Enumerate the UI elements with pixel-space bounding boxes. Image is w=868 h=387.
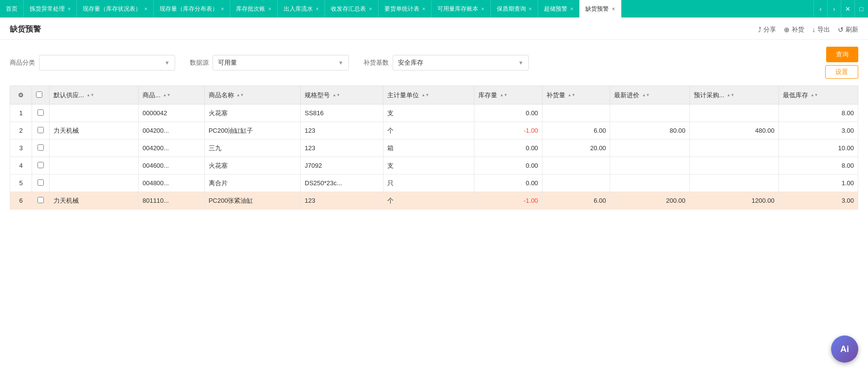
table-row[interactable]: 2 力天机械 004200... PC200油缸缸子 123 个 -1.00 6… (10, 122, 858, 140)
close-tab-5[interactable]: × (316, 6, 319, 12)
window-close-btn[interactable]: ✕ (841, 0, 854, 18)
row-checkbox-cell[interactable] (32, 122, 50, 140)
close-tab-1[interactable]: × (68, 6, 71, 12)
row-stock-cell: 0.00 (474, 157, 542, 175)
row-spec-cell: SS816 (301, 105, 383, 122)
row-number: 6 (19, 197, 22, 204)
tab-next-btn[interactable]: › (827, 0, 841, 18)
buhuo-label: 补货 (792, 25, 804, 34)
column-latest-price[interactable]: 最新进价 ▲▼ (610, 86, 689, 105)
table-row[interactable]: 3 004200... 三九 123 箱 0.00 20.00 (10, 140, 858, 157)
tab-home[interactable]: 首页 (0, 0, 24, 18)
row-est-purchase-cell (689, 157, 778, 175)
close-tab-8[interactable]: × (481, 6, 484, 12)
column-supplier[interactable]: 默认供应... ▲▼ (50, 86, 139, 105)
tab-bao-zhi[interactable]: 保质期查询 × (491, 0, 538, 18)
row-est-purchase-cell (689, 140, 778, 157)
column-checkbox[interactable] (32, 86, 50, 105)
row-checkbox-cell[interactable] (32, 105, 50, 122)
select-all-checkbox[interactable] (36, 91, 42, 98)
tab-xian-cun-dist[interactable]: 现存量（库存分布表） × (154, 0, 230, 18)
column-min-stock[interactable]: 最低库存 ▲▼ (778, 86, 858, 105)
column-replenish[interactable]: 补货量 ▲▼ (542, 86, 610, 105)
row-min-stock-cell: 8.00 (778, 157, 858, 175)
export-button[interactable]: ↓ 导出 (812, 25, 830, 34)
row-goods-code-cell: 004600... (138, 157, 204, 175)
row-num-cell: 6 (10, 192, 32, 210)
row-num-cell: 4 (10, 157, 32, 175)
column-goods-name[interactable]: 商品名称 ▲▼ (204, 86, 301, 105)
row-checkbox-cell[interactable] (32, 175, 50, 192)
row-checkbox[interactable] (37, 162, 44, 168)
replenish-base-select[interactable]: 安全库存 ▼ (393, 55, 529, 70)
close-tab-11[interactable]: × (612, 6, 615, 12)
close-tab-3[interactable]: × (221, 6, 224, 12)
setting-button[interactable]: 设置 (825, 65, 858, 79)
bu-huo-button[interactable]: ⊕ 补货 (784, 25, 804, 34)
column-gear[interactable]: ⚙ (10, 86, 32, 105)
row-checkbox[interactable] (37, 197, 44, 203)
export-label: 导出 (817, 25, 830, 34)
tab-lian-huo[interactable]: 拣货异常处理 × (24, 0, 77, 18)
row-checkbox[interactable] (37, 144, 44, 151)
ai-assistant-button[interactable]: Ai (831, 335, 858, 363)
close-tab-10[interactable]: × (570, 6, 573, 12)
row-latest-price-cell: 200.00 (610, 192, 689, 210)
filter-right-actions: 查询 设置 (825, 47, 858, 79)
tab-chao-chu[interactable]: 超储预警 × (538, 0, 579, 18)
tab-que-huo[interactable]: 缺货预警 × (579, 0, 621, 18)
datasource-select[interactable]: 可用量 ▼ (213, 55, 349, 70)
datasource-filter-group: 数据源 可用量 ▼ (190, 55, 349, 70)
share-button[interactable]: ⤴ 分享 (758, 25, 776, 34)
row-goods-name-cell: PC200油缸缸子 (204, 122, 301, 140)
close-tab-4[interactable]: × (268, 6, 271, 12)
tab-shou-fa[interactable]: 收发存汇总表 × (325, 0, 378, 18)
row-goods-code-cell: 004200... (138, 122, 204, 140)
window-maximize-btn[interactable]: □ (854, 0, 868, 18)
table-row[interactable]: 6 力天机械 801110... PC200张紧油缸 123 个 -1.00 6… (10, 192, 858, 210)
row-replenish-cell (542, 157, 610, 175)
share-icon: ⤴ (758, 26, 761, 34)
row-checkbox-cell[interactable] (32, 140, 50, 157)
close-tab-9[interactable]: × (529, 6, 532, 12)
row-checkbox-cell[interactable] (32, 192, 50, 210)
row-checkbox-cell[interactable] (32, 157, 50, 175)
row-spec-cell: 123 (301, 122, 383, 140)
row-min-stock-cell: 10.00 (778, 140, 858, 157)
category-select[interactable]: ▼ (39, 55, 175, 70)
row-replenish: 20.00 (590, 144, 606, 152)
table-row[interactable]: 5 004800... 离合片 DS250*23c... 只 0.00 (10, 175, 858, 192)
tab-xian-cun-status[interactable]: 现存量（库存状况表） × (77, 0, 153, 18)
column-goods-code[interactable]: 商品... ▲▼ (138, 86, 204, 105)
row-checkbox[interactable] (37, 127, 44, 133)
column-spec[interactable]: 规格型号 ▲▼ (301, 86, 383, 105)
tab-liu-shui[interactable]: 出入库流水 × (278, 0, 325, 18)
row-supplier-cell (50, 157, 139, 175)
close-tab-2[interactable]: × (144, 6, 147, 12)
tab-pi-ci[interactable]: 库存批次账 × (230, 0, 277, 18)
row-stock-cell: 0.00 (474, 140, 542, 157)
replenish-base-filter-group: 补货基数 安全库存 ▼ (363, 55, 529, 70)
row-est-purchase-cell: 1200.00 (689, 192, 778, 210)
table-row[interactable]: 1 0000042 火花塞 SS816 支 0.00 (10, 105, 858, 122)
row-stock-cell: 0.00 (474, 105, 542, 122)
row-num-cell: 2 (10, 122, 32, 140)
row-latest-price-cell (610, 105, 689, 122)
refresh-button[interactable]: ↺ 刷新 (838, 25, 858, 34)
tab-yao-huo[interactable]: 要货单统计表 × (379, 0, 432, 18)
tab-prev-btn[interactable]: ‹ (814, 0, 827, 18)
buhuo-icon: ⊕ (784, 26, 790, 34)
column-stock[interactable]: 库存量 ▲▼ (474, 86, 542, 105)
query-button[interactable]: 查询 (826, 47, 858, 62)
column-unit[interactable]: 主计量单位 ▲▼ (383, 86, 474, 105)
table-row[interactable]: 4 004600... 火花塞 J7092 支 0.00 (10, 157, 858, 175)
row-checkbox[interactable] (37, 179, 44, 186)
row-replenish-cell (542, 175, 610, 192)
row-checkbox[interactable] (37, 109, 44, 116)
close-tab-6[interactable]: × (369, 6, 372, 12)
row-spec-cell: DS250*23c... (301, 175, 383, 192)
tab-ke-yong-zhang[interactable]: 可用量库存账本 × (432, 0, 490, 18)
close-tab-7[interactable]: × (422, 6, 425, 12)
row-stock: 0.00 (526, 162, 538, 169)
column-est-purchase[interactable]: 预计采购... ▲▼ (689, 86, 778, 105)
